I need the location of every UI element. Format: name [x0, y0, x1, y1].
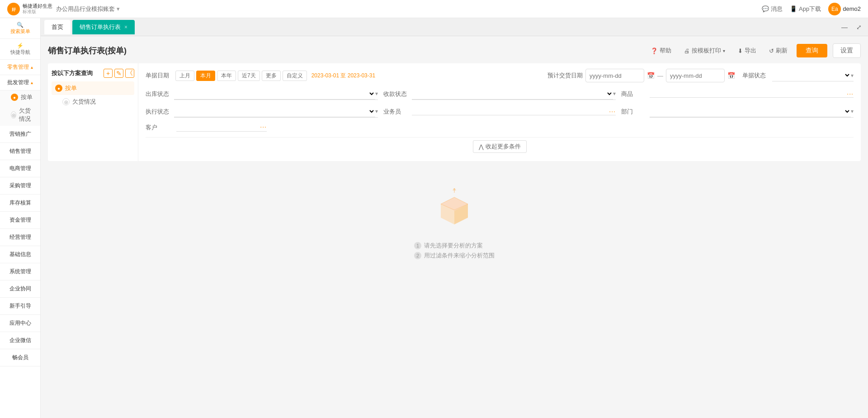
wholesale-arrow: ▴ [31, 80, 33, 85]
sidebar-item-system[interactable]: 系统管理 [0, 263, 40, 280]
wholesale-sub-items: ● 按单 ◎ 欠货情况 [0, 90, 40, 126]
help-button[interactable]: ❓ 帮助 [647, 45, 675, 57]
tab-bar-actions: — ⤢ [839, 22, 864, 33]
user-area[interactable]: Ea demo2 [828, 3, 861, 15]
breadcrumb[interactable]: 办公用品行业模拟账套 ▾ [56, 5, 120, 13]
出库状态-select[interactable] [174, 88, 375, 100]
sidebar-item-appstore[interactable]: 应用中心 [0, 315, 40, 332]
date-range-text: 2023-03-01 至 2023-03-31 [311, 72, 375, 80]
sidebar-item-member[interactable]: 畅会员 [0, 349, 40, 366]
date-btn-上月[interactable]: 上月 [175, 71, 194, 81]
logo-icon: 好 [7, 3, 20, 15]
sidebar-item-finance[interactable]: 资金管理 [0, 212, 40, 229]
tab-home-label: 首页 [52, 23, 63, 31]
avatar: Ea [828, 3, 841, 15]
expected-date-from[interactable] [585, 69, 644, 82]
date-btn-本年[interactable]: 本年 [217, 71, 236, 81]
message-button[interactable]: 💬 消息 [762, 5, 783, 13]
scheme-collapse-button[interactable]: 《 [125, 69, 134, 78]
wholesale-label: 批发管理 [7, 79, 29, 86]
sidebar: 🔍 搜索菜单 ⚡ 快捷导航 零售管理 ▴ 批发管理 ▴ ● 按单 ◎ 欠货情况 … [0, 18, 41, 418]
scheme-edit-button[interactable]: ✎ [114, 69, 123, 78]
sidebar-sub-item-按单[interactable]: ● 按单 [0, 90, 40, 104]
filter-group-status: 单据状态 ▾ [742, 70, 854, 81]
filter-row-4: 客户 ··· [146, 123, 854, 132]
scheme-item-按单[interactable]: ● 按单 [52, 81, 134, 95]
sidebar-item-ecommerce[interactable]: 电商管理 [0, 160, 40, 177]
empty-illustration [432, 188, 477, 233]
date-btn-本月[interactable]: 本月 [196, 71, 215, 81]
sidebar-item-retail[interactable]: 零售管理 ▴ [0, 60, 40, 75]
出库状态-label: 出库状态 [146, 90, 170, 98]
sidebar-item-marketing[interactable]: 营销推广 [0, 126, 40, 143]
cal-icon-2[interactable]: 📅 [727, 72, 735, 79]
status-select[interactable] [772, 70, 851, 81]
filter-cell-商品: 商品 ··· [621, 88, 854, 100]
app-download-button[interactable]: 📱 App下载 [790, 5, 821, 13]
sidebar-item-basic[interactable]: 基础信息 [0, 246, 40, 263]
cal-icon-1[interactable]: 📅 [647, 72, 655, 79]
filter-cell-部门: 部门 ▾ [621, 105, 854, 118]
tab-bar: 首页 销售订单执行表 × — ⤢ [41, 18, 868, 36]
filter-group-expected-date: 预计交货日期 📅 — 📅 [547, 69, 735, 82]
sidebar-item-enterprise[interactable]: 企业协同 [0, 280, 40, 298]
date-btn-近7天[interactable]: 近7天 [238, 71, 260, 81]
search-icon: 🔍 [17, 22, 24, 28]
sidebar-item-purchase[interactable]: 采购管理 [0, 177, 40, 195]
collapse-arrow-icon: ⋀ [479, 143, 484, 150]
page-title: 销售订单执行表(按单) [48, 45, 127, 56]
收款状态-chevron-icon: ▾ [613, 90, 616, 97]
filter-scheme-header: 按以下方案查询 + ✎ 《 [52, 69, 134, 78]
sidebar-item-guide[interactable]: 新手引导 [0, 298, 40, 315]
sidebar-item-wechat[interactable]: 企业微信 [0, 332, 40, 349]
filter-row-2: 出库状态 ▾ 收款状态 [146, 88, 854, 100]
logo-area: 好 畅捷通好生意 标准版 [7, 3, 52, 15]
tab-close-icon[interactable]: × [124, 24, 127, 30]
scheme-dot-按单: ● [55, 85, 62, 92]
refresh-button[interactable]: ↺ 刷新 [765, 45, 791, 57]
filter-row-3: 执行状态 ▾ 业务员 ··· [146, 105, 854, 118]
status-chevron-icon: ▾ [851, 72, 854, 79]
date-label: 单据日期 [146, 71, 173, 80]
scheme-add-button[interactable]: + [104, 69, 113, 78]
print-button[interactable]: 🖨 按模板打印 ▾ [680, 45, 729, 57]
refresh-icon: ↺ [769, 48, 774, 54]
tab-sales-order[interactable]: 销售订单执行表 × [72, 20, 135, 34]
scheme-sub-item-欠货情况[interactable]: ◎ 欠货情况 [52, 95, 134, 109]
print-arrow-icon: ▾ [723, 48, 725, 53]
sidebar-item-business[interactable]: 经营管理 [0, 229, 40, 246]
content-area: 首页 销售订单执行表 × — ⤢ 销售订单执行表(按单) ❓ 帮助 [41, 18, 868, 418]
sidebar-sub-item-欠货情况[interactable]: ◎ 欠货情况 [0, 104, 40, 126]
客户-dots-button[interactable]: ··· [260, 123, 267, 130]
filter-scheme-title: 按以下方案查询 [52, 69, 93, 77]
客户-label: 客户 [146, 124, 173, 132]
收款状态-select[interactable] [412, 88, 613, 100]
tab-home[interactable]: 首页 [44, 20, 71, 34]
sidebar-item-sales[interactable]: 销售管理 [0, 143, 40, 160]
执行状态-select[interactable] [174, 105, 375, 117]
empty-tip-2: 2 用过滤条件来缩小分析范围 [414, 251, 495, 261]
quick-nav-item[interactable]: ⚡ 快捷导航 [0, 39, 40, 60]
商品-label: 商品 [621, 90, 646, 98]
date-btn-自定义[interactable]: 自定义 [283, 71, 307, 81]
settings-button[interactable]: 设置 [833, 43, 861, 58]
tab-minimize-button[interactable]: — [839, 22, 850, 33]
page-actions: ❓ 帮助 🖨 按模板打印 ▾ ⬇ 导出 ↺ 刷新 [647, 43, 861, 58]
date-btn-更多[interactable]: 更多 [262, 71, 281, 81]
expected-date-to[interactable] [666, 69, 725, 82]
tab-maximize-button[interactable]: ⤢ [854, 22, 864, 33]
top-header: 好 畅捷通好生意 标准版 办公用品行业模拟账套 ▾ 💬 消息 📱 App下载 E… [0, 0, 868, 18]
sidebar-item-inventory[interactable]: 库存核算 [0, 195, 40, 212]
部门-select[interactable] [650, 105, 851, 117]
empty-state: 1 请先选择要分析的方案 2 用过滤条件来缩小分析范围 [48, 161, 861, 288]
sidebar-item-wholesale[interactable]: 批发管理 ▴ [0, 75, 40, 90]
商品-dots-button[interactable]: ··· [847, 90, 854, 97]
export-button[interactable]: ⬇ 导出 [734, 45, 760, 57]
部门-label: 部门 [621, 108, 646, 116]
业务员-dots-button[interactable]: ··· [609, 108, 616, 115]
query-button[interactable]: 查询 [797, 44, 827, 57]
部门-chevron-icon: ▾ [851, 108, 854, 114]
按单-icon: ● [11, 94, 18, 101]
collapse-button[interactable]: ⋀ 收起更多条件 [473, 140, 527, 153]
search-menu-item[interactable]: 🔍 搜索菜单 [0, 18, 40, 39]
